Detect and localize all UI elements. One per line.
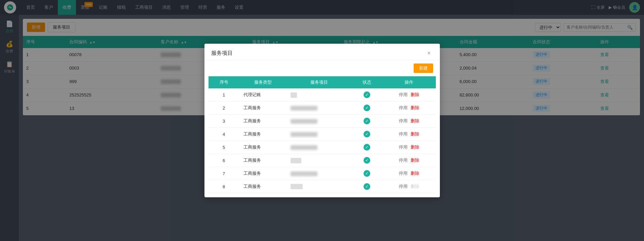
modal-table-row: 3 工商服务 ✓ 停用 删除 [209,115,436,128]
delete-button[interactable]: 删除 [411,131,419,136]
delete-button[interactable]: 删除 [411,118,419,123]
modal-table-wrapper: 序号 服务类型 服务项目 状态 操作 1 代理记账 1 ✓ 停用 删除 2 工商… [204,76,440,197]
modal-cell-type: 工商服务 [239,102,287,115]
delete-button[interactable]: 删除 [411,105,419,110]
stop-button[interactable]: 停用 [399,92,408,97]
modal-cell-type: 工商服务 [239,167,287,180]
status-check-icon: ✓ [364,118,370,124]
status-check-icon: ✓ [364,170,370,177]
modal-cell-seq: 2 [209,102,239,115]
modal-th-action: 操作 [382,76,435,88]
modal-cell-type: 工商服务 [239,115,287,128]
status-check-icon: ✓ [364,131,370,137]
modal-cell-item: 1 [287,88,351,102]
modal-table-row: 2 工商服务 ✓ 停用 删除 [209,102,436,115]
status-check-icon: ✓ [364,157,370,164]
stop-button[interactable]: 停用 [399,184,408,189]
delete-button: 删除 [411,184,419,189]
modal-th-item: 服务项目 [287,76,351,88]
modal-title: 服务项目 [211,50,233,57]
modal-cell-seq: 3 [209,115,239,128]
modal-cell-status: ✓ [351,141,382,154]
modal-cell-action: 停用 删除 [382,115,435,128]
modal-cell-item [287,102,351,115]
modal-table-row: 6 工商服务 Ithe ✓ 停用 删除 [209,154,436,167]
stop-button[interactable]: 停用 [399,158,408,163]
modal-cell-item [287,115,351,128]
modal-cell-seq: 4 [209,128,239,141]
modal-cell-seq: 7 [209,167,239,180]
modal-cell-status: ✓ [351,180,382,193]
modal-cell-action: 停用 删除 [382,141,435,154]
modal-table-body: 1 代理记账 1 ✓ 停用 删除 2 工商服务 ✓ 停用 删除 3 工商服务 ✓… [209,88,436,193]
service-modal: 服务项目 × 新建 序号 服务类型 服务项目 状态 操作 1 代理记账 [204,44,440,197]
status-check-icon: ✓ [364,91,370,98]
modal-cell-action: 停用 删除 [382,102,435,115]
modal-close-button[interactable]: × [425,49,433,57]
modal-table-row: 7 工商服务 ✓ 停用 删除 [209,167,436,180]
modal-cell-seq: 1 [209,88,239,102]
modal-cell-status: ✓ [351,167,382,180]
delete-button[interactable]: 删除 [411,158,419,163]
modal-th-status: 状态 [351,76,382,88]
modal-toolbar: 新建 [204,60,440,76]
modal-cell-item: 注册 [287,180,351,193]
modal-cell-seq: 5 [209,141,239,154]
modal-cell-action: 停用 删除 [382,88,435,102]
modal-cell-type: 工商服务 [239,128,287,141]
modal-cell-status: ✓ [351,128,382,141]
status-check-icon: ✓ [364,105,370,111]
modal-new-button[interactable]: 新建 [414,64,433,73]
modal-cell-action: 停用 删除 [382,154,435,167]
modal-cell-type: 代理记账 [239,88,287,102]
modal-cell-action: 停用 删除 [382,167,435,180]
delete-button[interactable]: 删除 [411,171,419,176]
modal-cell-seq: 8 [209,180,239,193]
modal-cell-status: ✓ [351,115,382,128]
modal-cell-action: 停用 删除 [382,180,435,193]
stop-button[interactable]: 停用 [399,145,408,150]
delete-button[interactable]: 删除 [411,145,419,150]
modal-cell-item [287,167,351,180]
modal-cell-action: 停用 删除 [382,128,435,141]
stop-button[interactable]: 停用 [399,118,408,123]
stop-button[interactable]: 停用 [399,131,408,136]
status-check-icon: ✓ [364,183,370,190]
modal-overlay[interactable]: 服务项目 × 新建 序号 服务类型 服务项目 状态 操作 1 代理记账 [0,0,644,241]
modal-table-header-row: 序号 服务类型 服务项目 状态 操作 [209,76,436,88]
modal-table-row: 5 工商服务 ✓ 停用 删除 [209,141,436,154]
modal-table-row: 4 工商服务 ✓ 停用 删除 [209,128,436,141]
modal-table-row: 8 工商服务 注册 ✓ 停用 删除 [209,180,436,193]
delete-button[interactable]: 删除 [411,92,419,97]
modal-cell-status: ✓ [351,154,382,167]
modal-th-seq: 序号 [209,76,239,88]
modal-cell-item [287,128,351,141]
stop-button[interactable]: 停用 [399,105,408,110]
modal-cell-status: ✓ [351,102,382,115]
modal-cell-type: 工商服务 [239,180,287,193]
modal-th-type: 服务类型 [239,76,287,88]
modal-header: 服务项目 × [204,44,440,60]
modal-cell-item [287,141,351,154]
modal-table-row: 1 代理记账 1 ✓ 停用 删除 [209,88,436,102]
modal-cell-type: 工商服务 [239,141,287,154]
modal-service-table: 序号 服务类型 服务项目 状态 操作 1 代理记账 1 ✓ 停用 删除 2 工商… [209,76,436,193]
status-check-icon: ✓ [364,144,370,151]
modal-cell-status: ✓ [351,88,382,102]
modal-cell-item: Ithe [287,154,351,167]
modal-cell-type: 工商服务 [239,154,287,167]
stop-button[interactable]: 停用 [399,171,408,176]
modal-cell-seq: 6 [209,154,239,167]
